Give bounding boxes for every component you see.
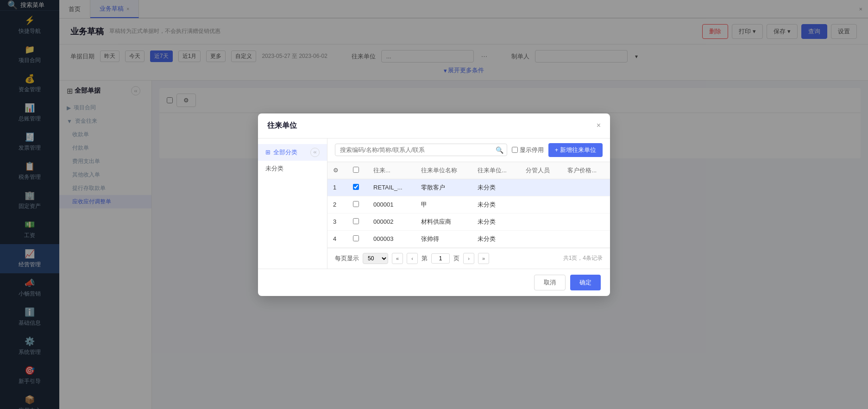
total-info: 共1页，4条记录 (563, 254, 603, 262)
table-header-row: ⚙ 往来... 往来单位名称 往来单位... 分管人员 客户价格... (327, 162, 610, 179)
row-name: 甲 (415, 196, 472, 213)
page-suffix: 页 (453, 254, 459, 263)
confirm-button[interactable]: 确定 (570, 275, 601, 290)
col-name: 往来单位名称 (415, 162, 472, 179)
col-settings: ⚙ (327, 162, 347, 179)
modal-close-btn[interactable]: × (597, 121, 601, 130)
row-price (562, 213, 610, 230)
row-checkbox[interactable] (347, 179, 368, 196)
per-page-select[interactable]: 50 20 100 (363, 253, 388, 264)
row-code: RETAIL_... (368, 179, 415, 196)
col-code: 往来... (368, 162, 415, 179)
row-num: 2 (327, 196, 347, 213)
category-uncategorized[interactable]: 未分类 (258, 161, 327, 176)
per-page-label: 每页显示 (335, 254, 359, 263)
add-partner-button[interactable]: + 新增往来单位 (548, 143, 603, 157)
modal-footer: 取消 确定 (258, 269, 610, 296)
modal-content-area: 🔍 显示停用 + 新增往来单位 ⚙ (327, 138, 610, 269)
modal-header: 往来单位 × (258, 113, 610, 138)
row-manager (520, 213, 562, 230)
partner-search-input[interactable] (335, 144, 507, 156)
modal-title: 往来单位 (267, 121, 297, 131)
row-name: 零散客户 (415, 179, 472, 196)
row-category: 未分类 (472, 230, 520, 247)
row-num: 4 (327, 230, 347, 247)
show-disabled-checkbox[interactable] (512, 147, 518, 153)
row-manager (520, 196, 562, 213)
search-wrap: 🔍 (335, 144, 507, 156)
page-prefix: 第 (421, 254, 428, 263)
last-page-btn[interactable]: » (478, 253, 489, 264)
col-category: 往来单位... (472, 162, 520, 179)
row-checkbox[interactable] (347, 213, 368, 230)
category-all[interactable]: ⊞ 全部分类 ‹‹ (258, 144, 327, 161)
partner-dialog: 往来单位 × ⊞ 全部分类 ‹‹ 未分类 (258, 113, 610, 296)
row-manager (520, 179, 562, 196)
table-row[interactable]: 1 RETAIL_... 零散客户 未分类 (327, 179, 610, 196)
row-num: 3 (327, 213, 347, 230)
row-category: 未分类 (472, 196, 520, 213)
col-checkbox (347, 162, 368, 179)
prev-page-btn[interactable]: ‹ (407, 253, 418, 264)
row-price (562, 179, 610, 196)
page-number-input[interactable] (431, 253, 450, 264)
row-checkbox[interactable] (347, 230, 368, 247)
grid2-icon: ⊞ (265, 149, 270, 156)
show-disabled-wrap: 显示停用 (512, 146, 544, 154)
row-code: 000002 (368, 213, 415, 230)
col-price: 客户价格... (562, 162, 610, 179)
row-price (562, 196, 610, 213)
row-name: 张帅得 (415, 230, 472, 247)
modal-pagination: 每页显示 50 20 100 « ‹ 第 页 › » 共1页，4条记录 (327, 248, 610, 269)
next-page-btn[interactable]: › (463, 253, 474, 264)
row-num: 1 (327, 179, 347, 196)
category-all-label: 全部分类 (273, 148, 297, 157)
category-uncategorized-label: 未分类 (265, 164, 283, 173)
row-price (562, 230, 610, 247)
modal-table-wrap: ⚙ 往来... 往来单位名称 往来单位... 分管人员 客户价格... 1 (327, 162, 610, 248)
row-category: 未分类 (472, 179, 520, 196)
modal-overlay[interactable]: 往来单位 × ⊞ 全部分类 ‹‹ 未分类 (0, 0, 868, 409)
row-code: 000003 (368, 230, 415, 247)
table-row[interactable]: 4 000003 张帅得 未分类 (327, 230, 610, 247)
row-checkbox[interactable] (347, 196, 368, 213)
row-name: 材料供应商 (415, 213, 472, 230)
row-manager (520, 230, 562, 247)
table-row[interactable]: 2 000001 甲 未分类 (327, 196, 610, 213)
search-icon: 🔍 (496, 146, 503, 154)
modal-category-sidebar: ⊞ 全部分类 ‹‹ 未分类 (258, 138, 327, 269)
table-select-all[interactable] (353, 167, 359, 173)
first-page-btn[interactable]: « (392, 253, 403, 264)
modal-body: ⊞ 全部分类 ‹‹ 未分类 🔍 显示停 (258, 138, 610, 269)
modal-toolbar: 🔍 显示停用 + 新增往来单位 (327, 138, 610, 162)
row-category: 未分类 (472, 213, 520, 230)
collapse-category-btn[interactable]: ‹‹ (310, 148, 320, 157)
show-disabled-label: 显示停用 (520, 146, 544, 154)
settings-col-icon: ⚙ (333, 167, 339, 174)
partner-table: ⚙ 往来... 往来单位名称 往来单位... 分管人员 客户价格... 1 (327, 162, 610, 248)
row-code: 000001 (368, 196, 415, 213)
col-manager: 分管人员 (520, 162, 562, 179)
table-row[interactable]: 3 000002 材料供应商 未分类 (327, 213, 610, 230)
cancel-button[interactable]: 取消 (534, 275, 566, 290)
